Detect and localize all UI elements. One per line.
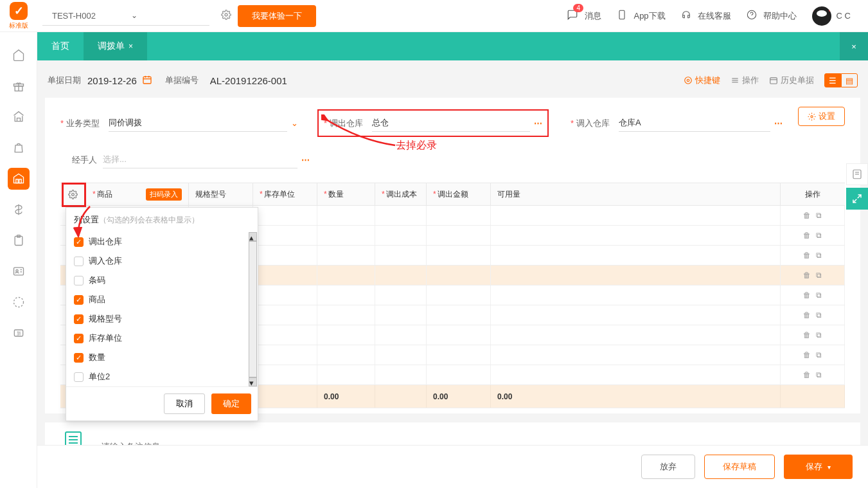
checkbox[interactable]: [74, 257, 84, 266]
view-card[interactable]: ▤: [841, 73, 858, 87]
delete-icon[interactable]: 🗑: [803, 330, 811, 339]
app-download-link[interactable]: App下载: [617, 10, 665, 22]
user-menu[interactable]: C C: [812, 6, 851, 26]
operation-link[interactable]: 操作: [731, 75, 759, 86]
delete-icon[interactable]: 🗑: [803, 251, 811, 260]
delete-icon[interactable]: 🗑: [803, 291, 811, 300]
shortcut-link[interactable]: 快捷键: [684, 75, 720, 86]
delete-icon[interactable]: 🗑: [803, 350, 811, 359]
checkbox[interactable]: ✓: [74, 353, 84, 363]
checkbox[interactable]: ✓: [74, 237, 84, 247]
scan-badge[interactable]: 扫码录入: [146, 188, 182, 201]
colset-item[interactable]: 单位2: [74, 367, 250, 386]
colset-list[interactable]: ▴ ▾ ✓调出仓库调入仓库条码✓商品✓规格型号✓库存单位✓数量单位2: [66, 232, 258, 386]
discard-button[interactable]: 放弃: [641, 455, 695, 479]
sidebar-dashed-circle[interactable]: [8, 291, 30, 313]
svg-point-24: [687, 79, 689, 82]
col-spec: 规格型号: [189, 183, 253, 205]
copy-icon[interactable]: ⧉: [816, 370, 822, 379]
checkbox[interactable]: [74, 372, 84, 382]
svg-point-32: [72, 193, 75, 195]
colset-cancel[interactable]: 取消: [164, 393, 205, 414]
topbar: ✓ 标准版 TEST-H002 ⌄ 我要体验一下 消息 4 App下载 在线客服…: [0, 0, 868, 32]
colset-confirm[interactable]: 确定: [211, 393, 251, 414]
handler-field[interactable]: 经手人 选择... ⋯: [72, 151, 310, 168]
sidebar-money[interactable]: [8, 199, 30, 221]
settings-button[interactable]: 设置: [798, 107, 845, 126]
sidebar-warehouse[interactable]: [8, 168, 30, 190]
tab-row-close[interactable]: ×: [840, 32, 868, 60]
biz-type-field[interactable]: * 业务类型 同价调拨 ⌄: [60, 114, 298, 132]
side-expand-icon[interactable]: [846, 188, 868, 210]
copy-icon[interactable]: ⧉: [816, 251, 822, 260]
sidebar-new[interactable]: 新: [8, 322, 30, 344]
sidebar-bag[interactable]: [8, 137, 30, 159]
colset-item[interactable]: ✓规格型号: [74, 309, 250, 329]
delete-icon[interactable]: 🗑: [803, 231, 811, 240]
history-link[interactable]: 历史单据: [769, 75, 814, 86]
sidebar-gift[interactable]: [8, 75, 30, 97]
delete-icon[interactable]: 🗑: [803, 311, 811, 320]
copy-icon[interactable]: ⧉: [816, 231, 822, 240]
cta-button[interactable]: 我要体验一下: [238, 5, 316, 27]
colset-item[interactable]: 调入仓库: [74, 251, 250, 271]
save-button[interactable]: 保存: [784, 455, 853, 479]
scroll-down[interactable]: ▾: [249, 377, 257, 386]
calendar-icon[interactable]: [142, 75, 152, 87]
checkbox[interactable]: ✓: [74, 314, 84, 324]
sidebar-idcard[interactable]: [8, 260, 30, 282]
copy-icon[interactable]: ⧉: [816, 271, 822, 280]
checkbox[interactable]: ✓: [74, 295, 84, 305]
colset-item[interactable]: ✓商品: [74, 290, 250, 309]
save-draft-button[interactable]: 保存草稿: [704, 455, 775, 479]
sidebar-house[interactable]: [8, 106, 30, 128]
delete-icon[interactable]: 🗑: [803, 370, 811, 379]
copy-icon[interactable]: ⧉: [816, 211, 822, 220]
tab-transfer-order[interactable]: 调拨单 ×: [84, 32, 147, 60]
help-center-link[interactable]: 帮助中心: [747, 10, 797, 22]
logo-text: 标准版: [9, 21, 28, 30]
chevron-down-icon: ⌄: [131, 11, 210, 20]
colset-item[interactable]: ✓数量: [74, 348, 250, 367]
svg-point-25: [685, 77, 692, 84]
scroll-track[interactable]: [249, 241, 257, 377]
col-cost: *调出成本: [375, 183, 427, 205]
more-icon[interactable]: ⋯: [774, 118, 783, 128]
sidebar-home[interactable]: [8, 44, 30, 66]
copy-icon[interactable]: ⧉: [816, 291, 822, 300]
out-warehouse-field[interactable]: * 调出仓库 总仓 ⋯: [324, 114, 542, 132]
copy-icon[interactable]: ⧉: [816, 311, 822, 320]
delete-icon[interactable]: 🗑: [803, 271, 811, 280]
more-icon[interactable]: ⋯: [534, 118, 542, 128]
customer-service-link[interactable]: 在线客服: [681, 10, 731, 22]
svg-rect-8: [15, 179, 17, 183]
gear-icon[interactable]: [221, 10, 231, 22]
date-value[interactable]: 2019-12-26: [87, 75, 137, 86]
column-settings-button[interactable]: [60, 183, 86, 205]
col-unit: *库存单位: [253, 183, 317, 205]
messages-link[interactable]: 消息 4: [567, 9, 601, 23]
store-selector[interactable]: TEST-H002 ⌄: [42, 6, 209, 26]
side-notes-icon[interactable]: [846, 163, 868, 185]
tab-home[interactable]: 首页: [37, 32, 84, 60]
content: 单据日期 2019-12-26 单据编号 AL-20191226-001 快捷键…: [37, 60, 868, 488]
in-warehouse-field[interactable]: * 调入仓库 仓库A ⋯: [571, 114, 783, 132]
colset-item[interactable]: ✓库存单位: [74, 329, 250, 348]
checkbox[interactable]: ✓: [74, 334, 84, 343]
sidebar-clipboard[interactable]: [8, 230, 30, 251]
svg-text:新: 新: [16, 331, 21, 336]
colset-item[interactable]: ✓调出仓库: [74, 232, 250, 251]
copy-icon[interactable]: ⧉: [816, 330, 822, 339]
copy-icon[interactable]: ⧉: [816, 350, 822, 359]
checkbox[interactable]: [74, 276, 84, 285]
colset-item-label: 条码: [89, 275, 105, 286]
colset-item[interactable]: 条码: [74, 271, 250, 290]
annotation-highlight-box: * 调出仓库 总仓 ⋯: [317, 109, 549, 137]
view-list[interactable]: ☰: [824, 73, 841, 87]
close-icon[interactable]: ×: [128, 42, 133, 51]
svg-rect-29: [770, 78, 777, 84]
more-icon[interactable]: ⋯: [301, 155, 310, 165]
col-product: *商品扫码录入: [86, 183, 189, 205]
scroll-up[interactable]: ▴: [249, 232, 257, 241]
delete-icon[interactable]: 🗑: [803, 211, 811, 220]
